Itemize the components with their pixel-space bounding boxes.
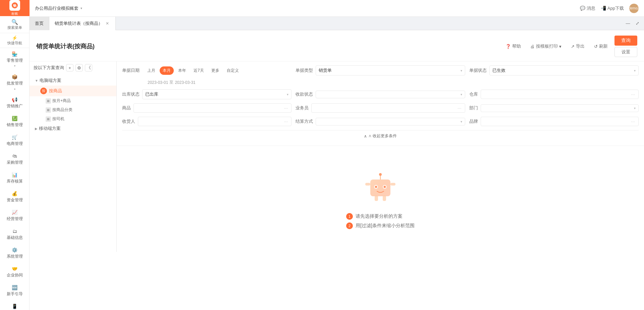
form-row-2: 出库状态 已出库 ▾ 收款状态 ▾	[122, 89, 639, 99]
settlement-select[interactable]: ▾	[316, 118, 465, 125]
sidebar-item-marketing[interactable]: 📢 营销推广	[0, 94, 29, 112]
collapse-icon: ∧	[364, 134, 367, 139]
scheme-settings-btn[interactable]: ⚙	[75, 64, 83, 71]
out-status-arrow-icon: ▾	[287, 93, 288, 96]
receiver-dots-icon[interactable]: ···	[283, 119, 289, 124]
logo-icon: 畅	[9, 0, 20, 11]
warehouse-input[interactable]: ···	[481, 90, 639, 99]
brand-input[interactable]: ···	[481, 117, 639, 126]
sidebar-item-ecommerce[interactable]: 🛒 电商管理	[0, 131, 29, 150]
main-content: 销货单统计表(按商品) ❓ 帮助 🖨 按模板打印 ▾ ↗ 导出 ↺ 刷新	[30, 30, 644, 310]
svg-rect-10	[390, 183, 395, 186]
page-header-actions: ❓ 帮助 🖨 按模板打印 ▾ ↗ 导出 ↺ 刷新 查询	[503, 36, 637, 57]
collapse-conditions-btn[interactable]: ∧ ∧ 收起更多条件	[122, 130, 639, 142]
brand-dots-icon[interactable]: ···	[630, 119, 636, 124]
tab-maximize-btn[interactable]: ⤢	[633, 19, 641, 28]
svg-point-5	[375, 186, 377, 188]
tab-sales-stats[interactable]: 销货单统计表（按商品） ✕	[49, 17, 116, 30]
help-btn[interactable]: ❓ 帮助	[503, 42, 524, 51]
sidebar-quick-nav[interactable]: ⚡ 快捷导航	[0, 33, 29, 48]
date-btn-more[interactable]: 更多	[208, 66, 222, 75]
logo-text: 标账	[11, 11, 18, 16]
tree-child-by-driver[interactable]: ⊞ 按司机	[30, 114, 116, 123]
receiver-input[interactable]: ···	[138, 117, 291, 126]
user-avatar[interactable]: demo2	[629, 4, 639, 13]
brand-label: 品牌	[469, 118, 478, 124]
refresh-icon: ↺	[594, 44, 598, 49]
goods-input[interactable]: ···	[133, 103, 291, 113]
tab-controls: — ⤢	[624, 19, 644, 28]
payment-status-select[interactable]: ▾	[316, 91, 465, 98]
message-btn[interactable]: 💬 消息	[580, 5, 595, 11]
sidebar-item-enterprise[interactable]: 🤝 企业协同	[0, 263, 29, 281]
tree-mobile-section[interactable]: ▶ 移动端方案	[30, 123, 116, 134]
sidebar-item-retail[interactable]: 🏪 零售管理 ▾	[0, 48, 29, 71]
print-dropdown-icon: ▾	[559, 44, 561, 49]
date-btn-custom[interactable]: 自定义	[224, 66, 242, 75]
scheme-tree: ▼ 电脑端方案 按 按商品 ⊞ 按月+商品 ⊞ 按商品分	[30, 74, 116, 135]
dept-select[interactable]: ▾	[481, 104, 639, 112]
payment-status-field: 收款状态 ▾	[296, 91, 465, 98]
sidebar-item-inventory[interactable]: 📊 库存核算	[0, 169, 29, 188]
left-sidebar: 畅 标账 🔍 搜索菜单 ⚡ 快捷导航 🏪 零售管理 ▾ 📦 批发管理 ▴ 📢 营…	[0, 0, 30, 310]
print-btn[interactable]: 🖨 按模板打印 ▾	[528, 42, 564, 51]
tree-child-by-product[interactable]: 按 按商品	[30, 86, 116, 96]
doc-type-select[interactable]: 销货单 ▾	[316, 65, 465, 75]
tab-close-btn[interactable]: ✕	[105, 21, 110, 26]
tree-desktop-section[interactable]: ▼ 电脑端方案	[30, 75, 116, 86]
settings-btn[interactable]: 设置	[614, 47, 637, 57]
date-btn-last-month[interactable]: 上月	[144, 66, 158, 75]
sidebar-item-operations[interactable]: 📈 经营管理	[0, 206, 29, 225]
refresh-btn[interactable]: ↺ 刷新	[591, 42, 610, 51]
date-quick-btns: 上月 本月 本年 近7天 更多 自定义	[144, 66, 242, 75]
sidebar-item-finance[interactable]: 💰 资金管理	[0, 188, 29, 206]
salesperson-input[interactable]: ···	[311, 103, 465, 113]
receiver-field: 收货人 ···	[122, 117, 291, 126]
sidebar-item-guide[interactable]: 🆕 新手引导	[0, 281, 29, 300]
tab-minimize-btn[interactable]: —	[624, 19, 632, 28]
filter-sidebar-header: 按以下方案查询 + ⚙ 《	[30, 61, 116, 74]
goods-dots-icon[interactable]: ···	[283, 105, 289, 111]
table-icon-2: ⊞	[46, 107, 51, 113]
tab-home[interactable]: 首页	[30, 17, 49, 30]
add-scheme-btn[interactable]: +	[66, 64, 73, 71]
warehouse-dots-icon[interactable]: ···	[630, 92, 636, 97]
sidebar-item-wholesale[interactable]: 📦 批发管理 ▴	[0, 71, 29, 94]
sidebar-search[interactable]: 🔍 搜索菜单	[0, 16, 29, 33]
doc-type-field: 单据类型 销货单 ▾	[296, 65, 465, 75]
tree-child-by-month-product[interactable]: ⊞ 按月+商品	[30, 96, 116, 105]
table-icon-3: ⊞	[46, 116, 51, 122]
sidebar-item-purchase[interactable]: 🛍 采购管理	[0, 150, 29, 169]
dept-label: 部门	[469, 105, 478, 111]
sidebar-item-basic[interactable]: 🗂 基础信息	[0, 225, 29, 244]
scheme-icon: 按	[40, 88, 47, 94]
out-status-select[interactable]: 已出库 ▾	[142, 89, 291, 99]
brand-field: 品牌 ···	[469, 117, 639, 126]
dept-arrow-icon: ▾	[634, 106, 636, 110]
doc-status-select[interactable]: 已生效 ▾	[489, 65, 639, 75]
goods-label: 商品	[122, 105, 131, 111]
date-btn-this-year[interactable]: 本年	[175, 66, 189, 75]
sidebar-item-apps[interactable]: 📱 应用中心	[0, 300, 29, 310]
tree-child-by-category[interactable]: ⊞ 按商品分类	[30, 105, 116, 114]
salesperson-dots-icon[interactable]: ···	[457, 105, 462, 111]
date-btn-7days[interactable]: 近7天	[191, 66, 207, 75]
query-btn[interactable]: 查询	[614, 36, 637, 46]
date-from: 2023-03-01	[148, 80, 168, 85]
svg-rect-9	[365, 183, 370, 186]
date-btn-this-month[interactable]: 本月	[160, 66, 174, 75]
settlement-arrow-icon: ▾	[461, 120, 462, 123]
export-btn[interactable]: ↗ 导出	[568, 42, 587, 51]
app-download-btn[interactable]: 📲 App下载	[601, 5, 624, 11]
app-logo: 畅 标账	[0, 0, 30, 16]
receiver-label: 收货人	[122, 118, 135, 124]
date-field: 单据日期 上月 本月 本年 近7天 更多 自定义	[122, 66, 291, 75]
collapse-sidebar-btn[interactable]: 《	[85, 64, 92, 71]
tree-arrow-mobile-icon: ▶	[35, 127, 38, 131]
tree-arrow-icon: ▼	[35, 79, 38, 83]
sidebar-item-sales[interactable]: 💹 销售管理	[0, 112, 29, 131]
sidebar-item-system[interactable]: ⚙️ 系统管理	[0, 244, 29, 263]
title-dropdown-icon[interactable]: ▾	[80, 6, 82, 10]
empty-illustration	[360, 166, 400, 206]
form-row-1: 单据日期 上月 本月 本年 近7天 更多 自定义	[122, 65, 639, 75]
